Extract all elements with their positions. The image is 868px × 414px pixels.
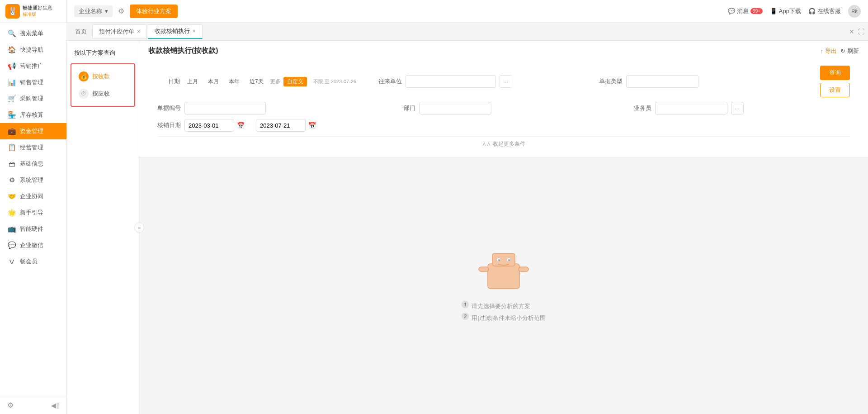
- refresh-button[interactable]: ↻ 刷新: [840, 47, 859, 55]
- sidebar-item-system[interactable]: ⚙ 系统管理: [0, 172, 66, 188]
- sidebar-item-wechat[interactable]: 💬 企业微信: [0, 237, 66, 253]
- writeoff-start-input[interactable]: [184, 119, 234, 132]
- filter-option-receivable-label: 按应收: [92, 90, 110, 98]
- sidebar-item-basic[interactable]: 🗃 基础信息: [0, 156, 66, 172]
- topbar-left: 企业名称 ▾ ⚙ 体验行业方案: [74, 5, 178, 18]
- filter-option-receivable[interactable]: ⏱ 按应收: [71, 85, 134, 102]
- settings-icon[interactable]: ⚙: [7, 401, 14, 409]
- sidebar-item-finance[interactable]: 💼 资金管理: [0, 123, 66, 139]
- page-header: 收款核销执行(按收款) ↑ 导出 ↻ 刷新: [139, 41, 868, 157]
- collapse-more-button[interactable]: ∧∧ 收起更多条件: [157, 136, 850, 152]
- sidebar-nav: 🔍 搜索菜单 🏠 快捷导航 📢 营销推广 📊 销售管理 🛒 采购管理 🏪 库存核…: [0, 23, 66, 396]
- panel-collapse-button[interactable]: «: [134, 223, 144, 233]
- counterpart-input[interactable]: [406, 75, 496, 88]
- sidebar-item-purchase[interactable]: 🛒 采购管理: [0, 90, 66, 107]
- message-icon: 💬: [728, 8, 735, 14]
- system-icon: ⚙: [7, 176, 16, 184]
- app-download-item[interactable]: 📱 App下载: [770, 7, 801, 15]
- sidebar-item-marketing[interactable]: 📢 营销推广: [0, 58, 66, 74]
- sidebar-footer: ⚙ ◀‖: [0, 396, 66, 414]
- doc-type-select[interactable]: [626, 75, 698, 88]
- vip-icon: V: [7, 258, 16, 266]
- close-tab-icon[interactable]: ✕: [849, 28, 854, 35]
- svg-point-4: [498, 259, 500, 261]
- doc-number-col: 单据编号: [157, 102, 378, 114]
- sidebar-item-search[interactable]: 🔍 搜索菜单: [0, 25, 66, 42]
- sidebar-label-quicknav: 快捷导航: [20, 46, 43, 54]
- sidebar-item-guide[interactable]: 🌟 新手引导: [0, 205, 66, 221]
- dept-label: 部门: [393, 104, 415, 112]
- main-area: 企业名称 ▾ ⚙ 体验行业方案 💬 消息 99+ 📱 App下载 🎧 在线客服 …: [67, 0, 868, 414]
- sidebar-label-inventory: 库存核算: [20, 111, 43, 119]
- date-tab-last-month[interactable]: 上月: [184, 77, 202, 86]
- setting-button[interactable]: 设置: [820, 83, 850, 97]
- chevron-down-icon: ▾: [105, 8, 108, 14]
- sidebar-label-vip: 畅会员: [20, 257, 38, 266]
- online-service-item[interactable]: 🎧 在线客服: [808, 7, 841, 15]
- maximize-icon[interactable]: ⛶: [858, 28, 864, 35]
- counterpart-label: 往来单位: [378, 77, 402, 86]
- sidebar-label-finance: 资金管理: [20, 127, 43, 135]
- filter-form: 日期 上月 本月 本年 近7天 更多 自定义 不限 至 2023-07-26: [148, 61, 859, 157]
- writeoff-end-input[interactable]: [256, 119, 306, 132]
- sidebar-label-wechat: 企业微信: [20, 241, 43, 249]
- brand-selector[interactable]: 企业名称 ▾: [74, 5, 113, 17]
- app-download-label: App下载: [779, 7, 801, 15]
- sidebar-item-sales[interactable]: 📊 销售管理: [0, 74, 66, 90]
- calendar-start-icon[interactable]: 📅: [237, 122, 245, 129]
- writeoff-date-label: 核销日期: [157, 121, 181, 129]
- dept-select[interactable]: [419, 102, 491, 114]
- export-button[interactable]: ↑ 导出: [821, 47, 837, 55]
- sidebar-label-operations: 经营管理: [20, 143, 43, 152]
- sidebar-label-marketing: 营销推广: [20, 62, 43, 70]
- sidebar-item-inventory[interactable]: 🏪 库存核算: [0, 107, 66, 123]
- message-item[interactable]: 💬 消息 99+: [728, 7, 763, 15]
- counterpart-ellipsis-btn[interactable]: ···: [500, 75, 512, 88]
- filter-option-receipt[interactable]: 💰 按收款: [71, 68, 134, 85]
- date-label: 日期: [157, 77, 180, 86]
- sidebar-item-quicknav[interactable]: 🏠 快捷导航: [0, 42, 66, 58]
- tab-prepay-close[interactable]: ×: [137, 29, 140, 35]
- guide-icon: 🌟: [7, 209, 16, 217]
- sidebar-label-search: 搜索菜单: [20, 29, 43, 38]
- sidebar-item-vip[interactable]: V 畅会员: [0, 253, 66, 270]
- inventory-icon: 🏪: [7, 111, 16, 119]
- tab-prepay[interactable]: 预付冲应付单 ×: [92, 24, 147, 39]
- home-icon: 🏠: [7, 46, 16, 54]
- sidebar-item-operations[interactable]: 📋 经营管理: [0, 139, 66, 156]
- finance-icon: 💼: [7, 127, 16, 135]
- sidebar-item-hardware[interactable]: 📺 智能硬件: [0, 221, 66, 237]
- query-button[interactable]: 查询: [820, 66, 850, 80]
- tab-home[interactable]: 首页: [71, 28, 91, 36]
- date-tab-this-year[interactable]: 本年: [225, 77, 243, 86]
- staff-ellipsis-btn[interactable]: ···: [731, 102, 744, 114]
- svg-rect-7: [519, 267, 528, 271]
- date-tab-more[interactable]: 更多: [270, 78, 281, 86]
- collapse-sidebar-icon[interactable]: ◀‖: [51, 402, 59, 409]
- doc-type-col: 单据类型: [599, 75, 806, 88]
- dept-col: 部门: [393, 102, 614, 114]
- tip-num-2: 2: [462, 313, 469, 320]
- calendar-end-icon[interactable]: 📅: [308, 122, 316, 129]
- hardware-icon: 📺: [7, 225, 16, 233]
- sidebar-label-hardware: 智能硬件: [20, 225, 43, 233]
- staff-input[interactable]: [655, 102, 727, 114]
- date-tab-7days[interactable]: 近7天: [246, 77, 267, 86]
- staff-col: 业务员 ···: [629, 102, 850, 114]
- sidebar-label-purchase: 采购管理: [20, 95, 43, 103]
- sidebar-item-corp[interactable]: 🤝 企业协同: [0, 188, 66, 205]
- gear-icon[interactable]: ⚙: [118, 7, 124, 15]
- tip-num-1: 1: [462, 301, 469, 308]
- user-avatar[interactable]: Rit: [848, 5, 861, 18]
- operations-icon: 📋: [7, 143, 16, 152]
- doc-number-input[interactable]: [184, 102, 266, 114]
- date-separator: —: [247, 122, 253, 129]
- empty-illustration: [476, 248, 531, 293]
- tab-writeoff[interactable]: 收款核销执行 ×: [148, 24, 203, 39]
- svg-rect-0: [488, 264, 519, 289]
- date-tab-this-month[interactable]: 本月: [204, 77, 222, 86]
- tab-writeoff-close[interactable]: ×: [193, 28, 196, 34]
- solution-button[interactable]: 体验行业方案: [130, 5, 178, 18]
- logo-name: 畅捷通好生意: [23, 5, 52, 11]
- date-tab-custom[interactable]: 自定义: [283, 77, 307, 86]
